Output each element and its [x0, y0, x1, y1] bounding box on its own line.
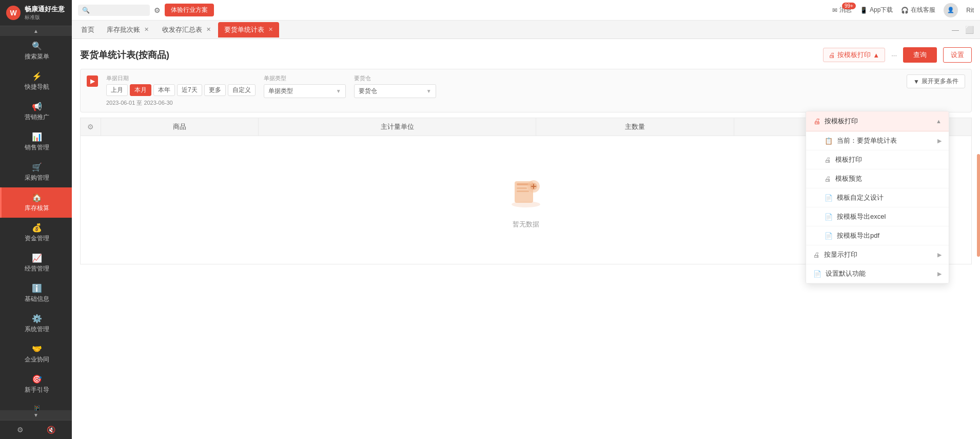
tab-label: 要货单统计表	[224, 25, 264, 34]
dropdown-item-template-design[interactable]: 📄 模板自定义设计	[806, 188, 949, 207]
dropdown-set-default[interactable]: 📄 设置默认功能 ▶	[806, 264, 949, 283]
sidebar-scroll-up[interactable]: ▲	[0, 26, 72, 36]
dropdown-item-export-pdf[interactable]: 📄 按模板导出pdf	[806, 226, 949, 245]
logo-text: 畅康通好生意 标准版	[25, 5, 65, 21]
filter-expand-btn[interactable]: ▶	[87, 75, 98, 87]
sidebar-item-label: 系统管理	[25, 325, 49, 334]
set-default-icon: 📄	[813, 270, 821, 278]
audio-footer-icon[interactable]: 🔇	[47, 426, 55, 434]
design-icon: 📄	[825, 194, 833, 202]
avatar-placeholder: 👤	[947, 7, 954, 13]
expand-more-btn[interactable]: ▼ 展开更多条件	[907, 74, 965, 88]
dots-menu-icon[interactable]: ···	[891, 51, 897, 59]
template-print-top-btn[interactable]: 🖨 按模板打印 ▲	[823, 48, 885, 62]
purchase-icon: 🛒	[32, 162, 42, 172]
scrollbar-edge[interactable]	[977, 154, 980, 257]
sidebar-scroll-down[interactable]: ▼	[0, 410, 72, 420]
filter-bar: ▶ 单据日期 上月 本月 本年 近7天 更多 自定义 2023-06-01 至 …	[80, 69, 972, 112]
settings-footer-icon[interactable]: ⚙	[17, 426, 24, 434]
sidebar-item-marketing[interactable]: 📢 营销推广	[0, 97, 72, 127]
search-icon: 🔍	[32, 41, 42, 51]
topbar-gear-icon[interactable]: ⚙	[154, 6, 161, 14]
sidebar-item-newbie[interactable]: 🎯 新手引导	[0, 369, 72, 399]
settings-btn[interactable]: 设置	[943, 47, 972, 63]
sidebar-item-shortcut[interactable]: ⚡ 快捷导航	[0, 66, 72, 97]
sidebar-item-search[interactable]: 🔍 搜索菜单	[0, 36, 72, 66]
dropdown-header[interactable]: 🖨 按模板打印 ▲	[806, 111, 949, 131]
messages-badge[interactable]: ✉ 消息 99+	[832, 6, 852, 14]
inventory-icon: 🏠	[32, 193, 42, 202]
dropdown-header-arrow-icon: ▲	[936, 118, 942, 124]
minimize-window-icon[interactable]: —	[950, 25, 961, 35]
table-settings-icon[interactable]: ⚙	[87, 123, 94, 131]
date-btn-more[interactable]: 更多	[204, 84, 226, 96]
sidebar-item-label: 库存核算	[25, 204, 49, 213]
date-btn-this-month[interactable]: 本月	[130, 84, 151, 96]
sidebar-item-inventory[interactable]: 🏠 库存核算	[0, 187, 72, 218]
finance-icon: 💰	[32, 223, 42, 233]
collab-icon: 🤝	[32, 344, 42, 354]
item-label: 模板打印	[835, 155, 862, 164]
close-icon[interactable]: ✕	[268, 26, 273, 33]
newbie-icon: 🎯	[32, 374, 42, 384]
system-icon: ⚙️	[32, 314, 42, 323]
type-placeholder: 单据类型	[268, 87, 293, 96]
maximize-window-icon[interactable]: ⬜	[963, 25, 976, 35]
item-label: 模板预览	[835, 174, 862, 183]
sidebar-item-purchase[interactable]: 🛒 采购管理	[0, 157, 72, 187]
sidebar-item-label: 搜索菜单	[25, 52, 49, 61]
item-label: 模板自定义设计	[837, 193, 884, 202]
warehouse-dropdown[interactable]: 要货仓 ▼	[354, 84, 436, 98]
chevron-down-icon: ▼	[913, 78, 919, 85]
tab-batch-account[interactable]: 库存批次账 ✕	[101, 22, 155, 37]
app-download-badge[interactable]: 📱 App下载	[860, 6, 893, 14]
type-dropdown[interactable]: 单据类型 ▼	[264, 84, 346, 98]
dropdown-arrow2-icon: ▼	[426, 88, 432, 94]
sidebar-item-basic[interactable]: ℹ️ 基础信息	[0, 278, 72, 309]
dropdown-display-print[interactable]: 🖨 按显示打印 ▶	[806, 245, 949, 264]
sidebar-item-sales[interactable]: 📊 销售管理	[0, 127, 72, 157]
app-version: 标准版	[25, 14, 65, 21]
empty-text: 暂无数据	[513, 220, 539, 229]
dropdown-title: 按模板打印	[825, 117, 936, 126]
tab-home[interactable]: 首页	[76, 22, 100, 37]
sidebar-item-apps[interactable]: 📱 应用中心	[0, 399, 72, 410]
sidebar-item-label: 经营管理	[25, 264, 49, 273]
date-btn-custom[interactable]: 自定义	[228, 84, 256, 96]
close-icon[interactable]: ✕	[144, 26, 149, 33]
chevron-top-icon: ▲	[873, 51, 879, 59]
dropdown-item-template-print[interactable]: 🖨 模板打印	[806, 150, 949, 169]
dropdown-item-template-preview[interactable]: 🖨 模板预览	[806, 169, 949, 188]
sidebar-item-collab[interactable]: 🤝 企业协同	[0, 339, 72, 369]
preview-icon: 🖨	[825, 175, 831, 183]
tabs-right: — ⬜	[950, 25, 976, 35]
phone-icon: 📱	[860, 7, 868, 14]
tab-receipt-summary[interactable]: 收发存汇总表 ✕	[156, 22, 217, 37]
sidebar-item-operation[interactable]: 📈 经营管理	[0, 248, 72, 278]
filter-date-group: 单据日期 上月 本月 本年 近7天 更多 自定义 2023-06-01 至 20…	[106, 74, 256, 107]
sidebar-item-label: 快捷导航	[25, 83, 49, 91]
close-icon[interactable]: ✕	[206, 26, 211, 33]
online-service-badge[interactable]: 🎧 在线客服	[901, 6, 935, 14]
date-btn-7days[interactable]: 近7天	[177, 84, 202, 96]
display-print-icon: 🖨	[813, 251, 820, 259]
current-arrow-icon: ▶	[937, 138, 942, 144]
dropdown-current-item[interactable]: 📋 当前：要货单统计表 ▶	[806, 131, 949, 150]
user-avatar[interactable]: 👤	[944, 3, 958, 17]
sidebar: W 畅康通好生意 标准版 ▲ 🔍 搜索菜单 ⚡ 快捷导航 📢 营销推广 📊 销售…	[0, 0, 72, 439]
warehouse-placeholder: 要货仓	[359, 87, 377, 96]
dropdown-item-export-excel[interactable]: 📄 按模板导出excel	[806, 207, 949, 226]
expand-label: 展开更多条件	[922, 77, 958, 86]
query-btn[interactable]: 查询	[903, 47, 937, 63]
date-btn-last-month[interactable]: 上月	[106, 84, 128, 96]
trial-btn[interactable]: 体验行业方案	[165, 4, 214, 16]
date-btn-this-year[interactable]: 本年	[153, 84, 175, 96]
tab-order-stats[interactable]: 要货单统计表 ✕	[218, 22, 279, 37]
table-header-quantity: 主数量	[536, 118, 734, 136]
basic-icon: ℹ️	[32, 283, 42, 293]
topbar-search[interactable]: 🔍	[78, 5, 150, 16]
sidebar-item-system[interactable]: ⚙️ 系统管理	[0, 309, 72, 339]
date-label: 单据日期	[106, 74, 256, 82]
sidebar-item-finance[interactable]: 💰 资金管理	[0, 218, 72, 248]
item-label: 按模板导出excel	[837, 212, 886, 221]
